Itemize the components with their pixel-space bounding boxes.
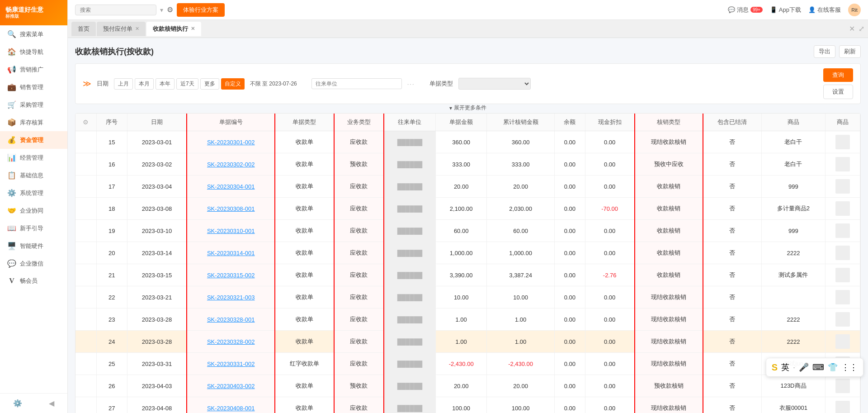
refresh-button[interactable]: 刷新 <box>839 45 861 58</box>
more-dates-button[interactable]: 更多 <box>200 78 219 90</box>
cell-cash-discount: 0.00 <box>585 242 634 264</box>
sidebar-item-quick-nav[interactable]: 🏠 快捷导航 <box>0 43 67 61</box>
tab-pre-payment-close[interactable]: ✕ <box>135 26 139 32</box>
online-service-button[interactable]: 👤 在线客服 <box>808 6 841 14</box>
sidebar-item-label: 快捷导航 <box>20 48 43 56</box>
cell-doc-no[interactable]: SK-20230321-003 <box>187 286 275 309</box>
filter-settings-button[interactable]: 设置 <box>823 85 853 99</box>
col-settings[interactable]: ⚙ <box>75 114 96 131</box>
product-thumbnail <box>835 268 850 282</box>
doc-no-link[interactable]: SK-20230408-001 <box>207 405 255 412</box>
sidebar-item-search-menu[interactable]: 🔍 搜索菜单 <box>0 25 67 43</box>
cell-doc-no[interactable]: SK-20230315-002 <box>187 264 275 286</box>
custom-date-button[interactable]: 自定义 <box>221 78 245 90</box>
doc-no-link[interactable]: SK-20230315-002 <box>207 272 255 279</box>
doc-no-link[interactable]: SK-20230310-001 <box>207 228 255 234</box>
cell-no: 24 <box>96 331 127 353</box>
cell-no: 16 <box>96 153 127 176</box>
gear-icon[interactable]: ⚙ <box>167 5 173 14</box>
doc-type-select[interactable] <box>458 78 531 90</box>
cell-doc-no[interactable]: SK-20230314-001 <box>187 242 275 264</box>
sidebar-item-marketing[interactable]: 📢 营销推广 <box>0 61 67 78</box>
app-download-button[interactable]: 📱 App下载 <box>770 6 801 14</box>
col-product2: 商品 <box>825 114 860 131</box>
sidebar-item-label: 库存核算 <box>20 119 43 127</box>
cell-doc-no[interactable]: SK-20230403-002 <box>187 375 275 397</box>
search-input[interactable] <box>75 5 156 15</box>
sidebar-item-system[interactable]: ⚙️ 系统管理 <box>0 184 67 202</box>
filter-toggle-button[interactable]: ≫ <box>83 79 91 89</box>
sidebar-item-base-info[interactable]: 📋 基础信息 <box>0 166 67 184</box>
sidebar-item-enterprise-wechat[interactable]: 💬 企业微信 <box>0 255 67 272</box>
tab-pre-payment[interactable]: 预付应付单 ✕ <box>97 22 146 36</box>
last-month-button[interactable]: 上月 <box>114 78 133 90</box>
message-button[interactable]: 💬 消息 99+ <box>728 6 763 14</box>
sidebar-item-inventory[interactable]: 📦 库存核算 <box>0 114 67 131</box>
page-actions: 导出 刷新 <box>814 45 861 58</box>
tab-receipt-exec[interactable]: 收款核销执行 ✕ <box>146 22 201 36</box>
doc-no-link[interactable]: SK-20230314-001 <box>207 250 255 256</box>
industry-solution-button[interactable]: 体验行业方案 <box>177 3 225 17</box>
doc-no-link[interactable]: SK-20230321-003 <box>207 294 255 301</box>
cell-product2 <box>825 176 860 198</box>
cell-no: 23 <box>96 309 127 331</box>
query-button[interactable]: 查询 <box>823 68 853 82</box>
cell-doc-no[interactable]: SK-20230408-001 <box>187 397 275 413</box>
cell-doc-no[interactable]: SK-20230331-002 <box>187 353 275 375</box>
cell-doc-no[interactable]: SK-20230308-001 <box>187 198 275 220</box>
cell-doc-amount: 360.00 <box>436 131 487 153</box>
this-year-button[interactable]: 本年 <box>156 78 175 90</box>
sidebar-collapse-btn[interactable]: ◀ <box>45 397 58 409</box>
doc-no-link[interactable]: SK-20230331-002 <box>207 361 255 367</box>
sidebar-item-purchase[interactable]: 🛒 采购管理 <box>0 96 67 114</box>
doc-no-link[interactable]: SK-20230328-002 <box>207 338 255 345</box>
doc-no-link[interactable]: SK-20230328-001 <box>207 316 255 323</box>
last-7days-button[interactable]: 近7天 <box>176 78 198 90</box>
cell-doc-no[interactable]: SK-20230301-002 <box>187 131 275 153</box>
table-row: 222023-03-21SK-20230321-003收款单应收款██████1… <box>75 286 860 309</box>
sidebar-item-enterprise-collab[interactable]: 🤝 企业协同 <box>0 202 67 219</box>
toolbar-grid-icon[interactable]: ⋮⋮ <box>841 362 858 372</box>
doc-no-link[interactable]: SK-20230403-002 <box>207 383 255 389</box>
sidebar-item-beginner[interactable]: 📖 新手引导 <box>0 219 67 237</box>
cell-doc-no[interactable]: SK-20230302-002 <box>187 153 275 176</box>
table-settings-icon[interactable]: ⚙ <box>83 119 89 126</box>
cell-no: 27 <box>96 397 127 413</box>
cell-doc-no[interactable]: SK-20230328-002 <box>187 331 275 353</box>
page-header: 收款核销执行(按收款) 导出 刷新 <box>75 45 861 58</box>
doc-no-link[interactable]: SK-20230308-001 <box>207 205 255 212</box>
cell-doc-no[interactable]: SK-20230310-001 <box>187 220 275 242</box>
tab-home[interactable]: 首页 <box>71 22 96 36</box>
tab-receipt-exec-close[interactable]: ✕ <box>191 26 195 32</box>
toolbar-mic-icon[interactable]: 🎤 <box>799 362 809 372</box>
toolbar-keyboard-icon[interactable]: ⌨ <box>812 362 824 372</box>
user-avatar[interactable]: Rit <box>848 4 861 16</box>
cell-product2 <box>825 375 860 397</box>
doc-no-link[interactable]: SK-20230301-002 <box>207 139 255 146</box>
topbar: ▾ ⚙ 体验行业方案 💬 消息 99+ 📱 App下载 👤 在线客服 Rit <box>68 0 868 20</box>
sidebar-item-label: 采购管理 <box>20 101 43 109</box>
cell-doc-no[interactable]: SK-20230328-001 <box>187 309 275 331</box>
sidebar-settings-btn[interactable]: ⚙️ <box>9 397 26 409</box>
toolbar-en-icon[interactable]: 英 <box>781 362 789 373</box>
message-icon: 💬 <box>728 6 735 13</box>
export-button[interactable]: 导出 <box>814 45 835 58</box>
sidebar-item-operations[interactable]: 📊 经营管理 <box>0 149 67 166</box>
toolbar-shirt-icon[interactable]: 👕 <box>828 362 838 372</box>
partner-filter-input[interactable] <box>311 78 402 89</box>
tab-expand-icon[interactable]: ⤢ <box>859 24 864 33</box>
tab-close-all-icon[interactable]: ✕ <box>849 24 855 33</box>
expand-more-conditions[interactable]: ▾ 展开更多条件 <box>449 104 486 112</box>
sidebar-item-finance[interactable]: 💰 资金管理 <box>0 131 67 149</box>
sidebar-item-hardware[interactable]: 🖥️ 智能硬件 <box>0 237 67 255</box>
doc-no-link[interactable]: SK-20230302-002 <box>207 161 255 168</box>
cell-product: 123D商品 <box>762 375 826 397</box>
service-label: 在线客服 <box>817 6 841 14</box>
sidebar-item-vip[interactable]: V 畅会员 <box>0 272 67 290</box>
this-month-button[interactable]: 本月 <box>135 78 154 90</box>
table-header-row: ⚙ 序号 日期 单据编号 单据类型 业务类型 往来单位 单据金额 累计核销金额 … <box>75 114 860 131</box>
cell-doc-no[interactable]: SK-20230304-001 <box>187 176 275 198</box>
search-menu-icon: 🔍 <box>7 30 16 38</box>
sidebar-item-sales[interactable]: 💼 销售管理 <box>0 78 67 96</box>
doc-no-link[interactable]: SK-20230304-001 <box>207 183 255 190</box>
